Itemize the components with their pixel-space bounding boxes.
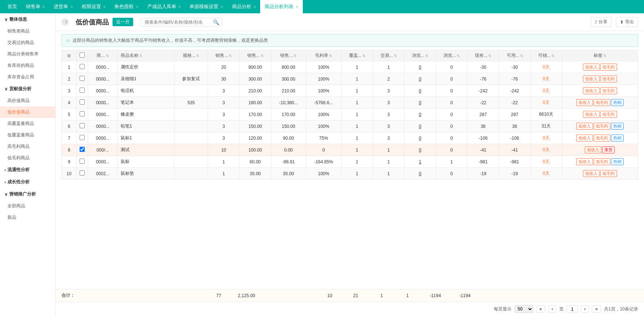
row-browse1[interactable]: 0: [404, 97, 436, 109]
search-button[interactable]: 🔍: [213, 19, 219, 25]
row-browse1[interactable]: 0: [404, 73, 436, 85]
sidebar-item-all-products[interactable]: 全部商品: [0, 200, 55, 212]
row-checkbox-cell[interactable]: [77, 85, 88, 97]
row-current-stock: -41: [467, 144, 499, 156]
nav-role-auth[interactable]: 角色授权 ×: [110, 0, 142, 13]
sidebar-item-low-coverage[interactable]: 低覆盖量商品: [0, 129, 55, 141]
close-permission-icon[interactable]: ×: [103, 4, 105, 9]
prev-page-button[interactable]: ‹: [548, 305, 556, 313]
select-all-checkbox[interactable]: [80, 52, 85, 58]
sidebar-group-circulation[interactable]: › 流通性分析: [0, 164, 55, 176]
row-checkbox-cell[interactable]: [77, 144, 88, 156]
nav-home[interactable]: 首页: [3, 0, 21, 13]
row-name: 吴细细1: [118, 73, 175, 85]
row-checkbox[interactable]: [80, 99, 85, 105]
row-browse1[interactable]: 0: [404, 109, 436, 120]
sidebar-group-marketing[interactable]: ∨ 营销推广分析: [0, 188, 55, 200]
search-input[interactable]: [141, 18, 222, 27]
per-page-select[interactable]: 50 100 200: [514, 305, 533, 313]
row-gross-margin: 100%: [306, 168, 341, 180]
nav-product-inbound[interactable]: 产成品入库单 ×: [143, 0, 185, 13]
sidebar-item-inventory-capital[interactable]: 库存资金占用: [0, 71, 55, 83]
sidebar-group-contribution[interactable]: ∨ 贡献值分析: [0, 83, 55, 95]
nav-permission[interactable]: 权限设置 ×: [77, 0, 110, 13]
row-checkbox[interactable]: [80, 64, 85, 69]
row-checkbox[interactable]: [80, 159, 85, 164]
sidebar-item-high-value[interactable]: 高价值商品: [0, 95, 55, 106]
row-checkbox-cell[interactable]: [77, 120, 88, 132]
close-product-analysis-icon[interactable]: ×: [254, 4, 256, 9]
next-page-button[interactable]: ›: [581, 305, 589, 313]
browse-link[interactable]: 0: [419, 171, 422, 176]
sidebar-item-low-margin[interactable]: 低毛利商品: [0, 152, 55, 164]
row-browse1[interactable]: 0: [404, 61, 436, 73]
export-button[interactable]: ⬆ 导出: [616, 17, 638, 27]
row-checkbox[interactable]: [80, 147, 85, 152]
row-checkbox-cell[interactable]: [77, 132, 88, 144]
nav-product-analysis[interactable]: 商品分析 ×: [228, 0, 260, 13]
row-browse1[interactable]: 0: [404, 120, 436, 132]
browse-link[interactable]: 0: [419, 124, 422, 129]
row-browse1[interactable]: 0: [404, 132, 436, 144]
sidebar-collapse-button[interactable]: 《: [61, 18, 69, 26]
browse-link[interactable]: 0: [419, 65, 422, 70]
row-checkbox[interactable]: [80, 76, 85, 81]
first-page-button[interactable]: «: [536, 305, 546, 313]
row-browse1[interactable]: 0: [404, 144, 436, 156]
period-button[interactable]: 近一月: [113, 18, 133, 26]
page-number-input[interactable]: [567, 305, 578, 313]
row-browse1[interactable]: 0: [404, 168, 436, 180]
row-checkbox-cell[interactable]: [77, 73, 88, 85]
row-transaction: 3: [373, 85, 404, 97]
nav-template-settings[interactable]: 单据模板设置 ×: [185, 0, 227, 13]
row-browse1[interactable]: 0: [404, 85, 436, 97]
browse-link[interactable]: 0: [419, 147, 422, 153]
row-sale-price: 300.00: [239, 73, 271, 85]
sidebar-item-sales-products[interactable]: 销售类商品: [0, 26, 55, 37]
row-browse1[interactable]: 1: [404, 156, 436, 168]
nav-purchase-order[interactable]: 进货单 ×: [49, 0, 77, 13]
row-checkbox-cell[interactable]: [77, 109, 88, 120]
row-checkbox-cell[interactable]: [77, 97, 88, 109]
sidebar-group-overall[interactable]: ∨ 整体信息: [0, 13, 55, 26]
close-sales-order-icon[interactable]: ×: [43, 4, 45, 9]
row-checkbox[interactable]: [80, 135, 85, 140]
browse-link[interactable]: 0: [419, 100, 422, 105]
page-title: 低价值商品: [76, 18, 109, 27]
col-header-checkbox[interactable]: [77, 50, 88, 61]
row-checkbox[interactable]: [80, 88, 85, 93]
col-header-settings[interactable]: ⚙: [62, 50, 77, 61]
row-checkbox[interactable]: [80, 170, 85, 176]
table-wrapper[interactable]: ⚙ 商...⇅ 商品名称⇅ 规格...⇅ 销售...⇅ 销售...⇅ 销售...…: [56, 50, 644, 289]
browse-link[interactable]: 0: [419, 136, 422, 141]
browse-link[interactable]: 0: [419, 112, 422, 117]
sidebar-item-high-margin[interactable]: 高毛利商品: [0, 141, 55, 152]
sidebar-item-high-coverage[interactable]: 高覆盖量商品: [0, 118, 55, 129]
close-purchase-order-icon[interactable]: ×: [70, 4, 73, 9]
row-checkbox[interactable]: [80, 111, 85, 116]
row-checkbox-cell[interactable]: [77, 156, 88, 168]
page-label: 页: [559, 306, 564, 312]
browse-link[interactable]: 1: [419, 159, 422, 164]
close-product-analysis-list-icon[interactable]: ×: [296, 4, 298, 9]
sidebar-group-growth[interactable]: › 成长性分析: [0, 176, 55, 188]
row-sale-price: 35.00: [239, 168, 271, 180]
close-role-auth-icon[interactable]: ×: [136, 4, 138, 9]
sidebar-item-category-sales-rate[interactable]: 商品分类销售率: [0, 48, 55, 60]
last-page-button[interactable]: »: [592, 305, 601, 313]
share-button[interactable]: ⤴ 分享: [591, 17, 611, 27]
row-checkbox-cell[interactable]: [77, 168, 88, 180]
sidebar-item-low-value[interactable]: 低价值商品: [0, 106, 55, 118]
browse-link[interactable]: 0: [419, 88, 422, 94]
row-saleable: 0天: [530, 61, 562, 73]
browse-link[interactable]: 0: [419, 77, 422, 82]
row-checkbox-cell[interactable]: [77, 61, 88, 73]
close-product-inbound-icon[interactable]: ×: [178, 4, 181, 9]
sidebar-item-new-products[interactable]: 新品: [0, 212, 55, 223]
sidebar-item-stocked-products[interactable]: 有库存的商品: [0, 60, 55, 71]
row-checkbox[interactable]: [80, 123, 85, 128]
nav-product-analysis-list[interactable]: 商品分析列表 ×: [260, 0, 302, 13]
close-template-settings-icon[interactable]: ×: [221, 4, 223, 9]
nav-sales-order[interactable]: 销售单 ×: [21, 0, 49, 13]
sidebar-item-traded-products[interactable]: 交易过的商品: [0, 37, 55, 48]
